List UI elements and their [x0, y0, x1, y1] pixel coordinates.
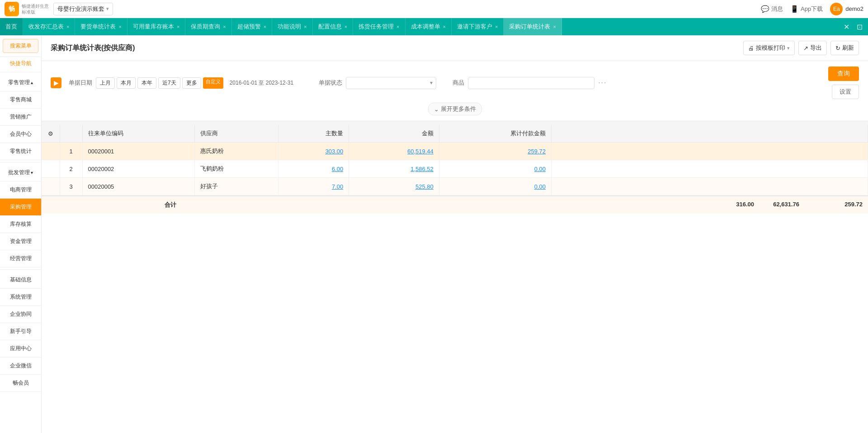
table-footer: 合计 316.00 62,631.76 259.72 — [42, 195, 868, 214]
row-amount-0[interactable]: 60,519.44 — [349, 143, 439, 160]
row-qty-1[interactable]: 6.00 — [278, 160, 349, 178]
query-button[interactable]: 查询 — [828, 67, 859, 81]
tab-chengben-close[interactable]: × — [443, 24, 446, 29]
goods-more-icon[interactable]: ··· — [598, 79, 607, 87]
sidebar-item-members[interactable]: 会员中心 — [0, 126, 41, 143]
tab-jianhuo[interactable]: 拣货任务管理 × — [353, 18, 405, 35]
tab-peizhi[interactable]: 配置信息 × — [313, 18, 353, 35]
app-download-action[interactable]: 📱 App下载 — [790, 5, 823, 13]
search-menu-button[interactable]: 搜索菜单 — [3, 39, 38, 53]
page-title: 采购订单统计表(按供应商) — [51, 43, 135, 58]
sidebar-item-newbie[interactable]: 新手引导 — [0, 323, 41, 340]
tab-yaoqing[interactable]: 邀请下游客户 × — [452, 18, 504, 35]
nav-close-btn[interactable]: ✕ — [842, 21, 851, 33]
tab-jianhuo-close[interactable]: × — [396, 24, 399, 29]
tab-gongneng-close[interactable]: × — [304, 24, 307, 29]
user-name[interactable]: demo2 — [845, 5, 863, 12]
tab-yaoqing-label: 邀请下游客户 — [457, 23, 492, 31]
message-action[interactable]: 💬 消息 — [761, 5, 783, 13]
export-button[interactable]: ↗ 导出 — [798, 41, 827, 55]
template-print-button[interactable]: 🖨 按模板打印 ▾ — [743, 41, 795, 55]
tab-baozhi[interactable]: 保质期查询 × — [185, 18, 231, 35]
tab-baozhi-close[interactable]: × — [223, 24, 226, 29]
sidebar-item-operations[interactable]: 经营管理 — [0, 250, 41, 267]
template-print-label: 按模板打印 — [756, 44, 785, 52]
tab-caigou-close[interactable]: × — [553, 24, 556, 29]
refresh-button[interactable]: ↻ 刷新 — [830, 41, 859, 55]
sidebar-item-retail-mall[interactable]: 零售商城 — [0, 91, 41, 109]
goods-input[interactable] — [468, 77, 594, 89]
tab-yaohuo[interactable]: 要货单统计表 × — [75, 18, 127, 35]
row-code-2: 00020005 — [82, 178, 194, 195]
tab-home[interactable]: 首页 — [0, 18, 23, 35]
sidebar-item-wechat[interactable]: 企业微信 — [0, 357, 41, 375]
user-area[interactable]: Ea demo2 — [830, 3, 863, 15]
main-layout: 搜索菜单 快捷导航 零售管理 ▴ 零售商城 营销推广 会员中心 零售统计 批发管… — [0, 35, 868, 433]
tab-peizhi-close[interactable]: × — [344, 24, 347, 29]
tab-gongneng[interactable]: 功能说明 × — [272, 18, 312, 35]
home-tab-label: 首页 — [5, 23, 17, 31]
status-select[interactable] — [346, 77, 436, 89]
tab-chengben[interactable]: 成本调整单 × — [406, 18, 452, 35]
nav-tabs-right: ✕ ⊡ — [842, 21, 868, 33]
tab-chaochu-close[interactable]: × — [264, 24, 266, 29]
sidebar-item-membership[interactable]: 畅会员 — [0, 375, 41, 392]
sidebar-item-inventory[interactable]: 库存核算 — [0, 216, 41, 233]
sidebar-item-marketing[interactable]: 营销推广 — [0, 109, 41, 126]
sidebar-item-wholesale[interactable]: 批发管理 ▾ — [0, 164, 41, 181]
date-btn-more[interactable]: 更多 — [182, 77, 201, 89]
sidebar-item-enterprise[interactable]: 企业协同 — [0, 306, 41, 323]
tab-keyongliang[interactable]: 可用量库存账本 × — [127, 18, 185, 35]
tab-chaochu[interactable]: 超储预警 × — [232, 18, 272, 35]
tab-yaohuo-close[interactable]: × — [118, 24, 121, 29]
tab-caigou-active[interactable]: 采购订单统计表 × — [504, 18, 561, 35]
row-paid-1[interactable]: 0.00 — [439, 160, 551, 178]
row-amount-1[interactable]: 1,586.52 — [349, 160, 439, 178]
workspace-selector[interactable]: 母婴行业演示账套 ▾ — [53, 3, 113, 15]
footer-amount: 62,631.76 — [754, 201, 799, 209]
settings-button[interactable]: 设置 — [832, 85, 859, 99]
date-btn-this-year[interactable]: 本年 — [137, 77, 156, 89]
date-filter-label: 单据日期 — [69, 79, 92, 87]
row-paid-0[interactable]: 259.72 — [439, 143, 551, 160]
top-bar: 畅 畅捷通好生意 标准版 母婴行业演示账套 ▾ 💬 消息 📱 App下载 Ea … — [0, 0, 868, 18]
row-qty-2[interactable]: 7.00 — [278, 178, 349, 195]
table-row[interactable]: 3 00020005 好孩子 7.00 525.80 0.00 — [42, 178, 868, 195]
workspace-dropdown-icon: ▾ — [106, 6, 109, 12]
tab-shoufacun[interactable]: 收发存汇总表 × — [23, 18, 75, 35]
date-filter: 单据日期 上月 本月 本年 近7天 更多 自定义 2016-01-01 至 20… — [69, 77, 293, 89]
sidebar-item-finance[interactable]: 资金管理 — [0, 233, 41, 250]
row-qty-0[interactable]: 303.00 — [278, 143, 349, 160]
date-btn-this-month[interactable]: 本月 — [117, 77, 136, 89]
sidebar-item-basic-info[interactable]: 基础信息 — [0, 271, 41, 289]
tab-shoufacun-close[interactable]: × — [66, 24, 69, 29]
tab-gongneng-label: 功能说明 — [278, 23, 301, 31]
footer-total-label: 合计 — [165, 201, 354, 209]
tab-yaoqing-close[interactable]: × — [495, 24, 498, 29]
date-btn-last-month[interactable]: 上月 — [96, 77, 115, 89]
sidebar-item-system[interactable]: 系统管理 — [0, 289, 41, 306]
sidebar-item-purchase[interactable]: 采购管理 — [0, 199, 41, 216]
sidebar-item-retail-mgmt[interactable]: 零售管理 ▴ — [0, 74, 41, 91]
nav-tabs: 首页 收发存汇总表 × 要货单统计表 × 可用量库存账本 × 保质期查询 × 超… — [0, 18, 868, 35]
row-paid-2[interactable]: 0.00 — [439, 178, 551, 195]
row-amount-2[interactable]: 525.80 — [349, 178, 439, 195]
filter-toggle-button[interactable]: ▶ — [51, 77, 61, 88]
sidebar-divider-2 — [0, 162, 41, 162]
expand-conditions-button[interactable]: ⌄ 展开更多条件 — [428, 103, 482, 115]
column-settings-icon[interactable]: ⚙ — [48, 130, 53, 137]
status-filter: 单据状态 — [319, 77, 436, 89]
sidebar-item-retail-stats[interactable]: 零售统计 — [0, 143, 41, 160]
table-row[interactable]: 1 00020001 惠氏奶粉 303.00 60,519.44 259.72 — [42, 143, 868, 160]
sidebar-item-app-center[interactable]: 应用中心 — [0, 340, 41, 357]
date-btn-7days[interactable]: 近7天 — [158, 77, 180, 89]
sidebar-item-ecommerce[interactable]: 电商管理 — [0, 181, 41, 199]
quick-nav-button[interactable]: 快捷导航 — [0, 57, 41, 70]
col-settings[interactable]: ⚙ — [42, 125, 60, 143]
content-area: 采购订单统计表(按供应商) 🖨 按模板打印 ▾ ↗ 导出 ↻ 刷新 — [42, 35, 868, 433]
row-seq-2: 3 — [60, 178, 82, 195]
nav-expand-btn[interactable]: ⊡ — [855, 21, 864, 33]
table-row[interactable]: 2 00020002 飞鹤奶粉 6.00 1,586.52 0.00 — [42, 160, 868, 178]
tab-keyongliang-close[interactable]: × — [177, 24, 179, 29]
logo-letter: 畅 — [9, 5, 15, 13]
